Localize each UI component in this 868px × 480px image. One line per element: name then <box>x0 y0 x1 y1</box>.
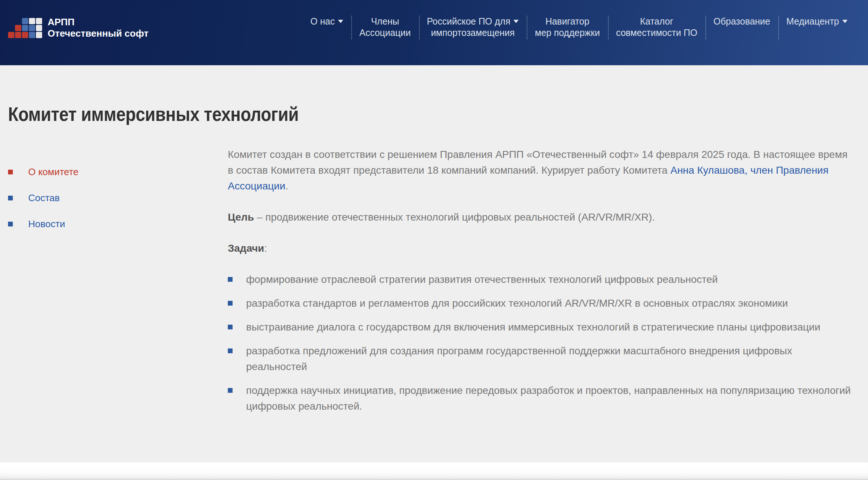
nav-item-about[interactable]: О нас <box>303 16 352 40</box>
logo-square <box>15 32 21 38</box>
list-item: разработка предложений для создания прог… <box>228 343 855 374</box>
square-bullet-icon <box>8 222 13 226</box>
nav-item-label: Каталог <box>640 16 674 26</box>
square-bullet-icon <box>228 277 233 282</box>
logo-square <box>22 25 28 31</box>
nav-item-compatibility-catalog[interactable]: Каталог совместимости ПО <box>608 16 705 40</box>
goal-paragraph: Цель – продвижение отечественных техноло… <box>228 209 855 225</box>
list-item: выстраивание диалога с государством для … <box>228 319 855 335</box>
logo-square <box>29 18 35 24</box>
nav-item-label-line2: совместимости ПО <box>616 27 697 38</box>
square-bullet-icon <box>228 348 233 353</box>
chevron-down-icon <box>338 20 343 23</box>
logo-square <box>22 18 28 24</box>
task-text: выстраивание диалога с государством для … <box>246 319 820 335</box>
logo-squares-icon <box>8 18 42 38</box>
sidebar-item-about-committee[interactable]: О комитете <box>8 166 228 178</box>
sidebar-item-members[interactable]: Состав <box>8 192 228 204</box>
content-row: О комитете Состав Новости Комитет создан… <box>8 147 855 422</box>
tasks-label: Задачи <box>228 243 264 254</box>
main-nav: О нас Члены Ассоциации Российское ПО для… <box>303 16 856 40</box>
intro-paragraph: Комитет создан в соответствии с решением… <box>228 147 855 194</box>
logo-square <box>36 25 42 31</box>
goal-text: – продвижение отечественных технологий ц… <box>254 211 655 223</box>
logo-square <box>15 25 21 31</box>
chevron-down-icon <box>513 20 519 23</box>
nav-item-label: Навигатор <box>545 16 589 26</box>
intro-text-end: . <box>285 180 288 192</box>
nav-item-label: О нас <box>311 16 335 26</box>
task-text: разработка предложений для создания прог… <box>246 343 855 374</box>
page-title: Комитет иммерсивных технологий <box>8 103 736 125</box>
logo-square <box>36 18 42 24</box>
nav-item-label: Образование <box>713 16 770 26</box>
site-header: АРПП Отечественный софт О нас Члены Ассо… <box>0 0 868 65</box>
logo-square <box>8 32 14 38</box>
square-bullet-icon <box>8 196 13 200</box>
nav-item-label-line2: мер поддержки <box>535 27 600 38</box>
square-bullet-icon <box>8 170 13 174</box>
list-item: формирование отраслевой стратегии развит… <box>228 272 855 287</box>
tasks-colon: : <box>264 243 267 254</box>
nav-item-media-center[interactable]: Медиацентр <box>778 16 856 40</box>
nav-item-label: Медиацентр <box>786 16 839 26</box>
task-text: формирование отраслевой стратегии развит… <box>246 272 718 287</box>
logo-square <box>8 18 14 24</box>
nav-item-label: Члены <box>371 16 399 26</box>
logo-line1: АРПП <box>48 16 149 28</box>
sidebar-item-label: О комитете <box>28 166 78 178</box>
page-content: Комитет иммерсивных технологий О комитет… <box>0 103 868 422</box>
task-text: разработка стандартов и регламентов для … <box>246 295 788 311</box>
square-bullet-icon <box>228 325 233 329</box>
footer-strip <box>0 462 868 480</box>
logo-square <box>36 32 42 38</box>
square-bullet-icon <box>228 388 233 393</box>
logo-square <box>8 25 14 31</box>
nav-item-support-navigator[interactable]: Навигатор мер поддержки <box>527 16 608 40</box>
nav-item-label: Российское ПО для <box>427 16 511 26</box>
committee-description: Комитет создан в соответствии с решением… <box>228 147 855 422</box>
logo-square <box>29 25 35 31</box>
sidebar-item-label: Новости <box>28 218 65 230</box>
nav-item-russian-software[interactable]: Российское ПО для импортозамещения <box>419 16 527 40</box>
nav-item-education[interactable]: Образование <box>705 16 778 40</box>
nav-item-members[interactable]: Члены Ассоциации <box>351 16 419 40</box>
tasks-list: формирование отраслевой стратегии развит… <box>228 272 855 414</box>
logo-square <box>29 32 35 38</box>
committee-sidebar: О комитете Состав Новости <box>8 147 228 422</box>
logo-line2: Отечественный софт <box>48 28 149 39</box>
list-item: разработка стандартов и регламентов для … <box>228 295 855 311</box>
nav-item-label-line2: импортозамещения <box>427 27 519 38</box>
logo-square <box>22 32 28 38</box>
sidebar-item-label: Состав <box>28 192 60 204</box>
logo-text: АРПП Отечественный софт <box>48 16 149 39</box>
goal-label: Цель <box>228 211 254 223</box>
site-logo[interactable]: АРПП Отечественный софт <box>8 16 149 39</box>
logo-square <box>15 18 21 24</box>
nav-item-label-line2: Ассоциации <box>359 27 411 38</box>
task-text: поддержка научных инициатив, продвижение… <box>246 383 855 414</box>
square-bullet-icon <box>228 301 233 306</box>
chevron-down-icon <box>842 20 847 23</box>
list-item: поддержка научных инициатив, продвижение… <box>228 383 855 414</box>
sidebar-item-news[interactable]: Новости <box>8 218 228 230</box>
tasks-heading: Задачи: <box>228 240 855 256</box>
